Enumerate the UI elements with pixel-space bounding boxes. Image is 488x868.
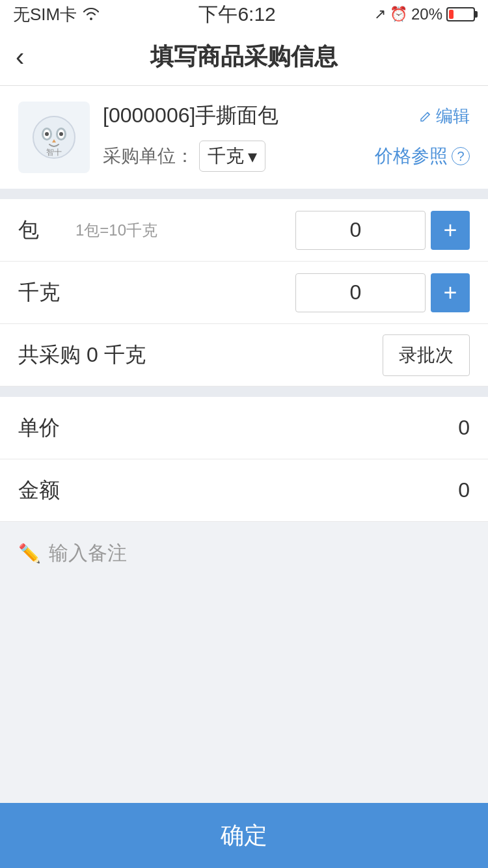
location-icon: ↗ — [374, 6, 386, 23]
confirm-button[interactable]: 确定 — [0, 803, 488, 868]
bag-plus-button[interactable]: + — [431, 211, 470, 250]
product-card: 智十 [0000006]手撕面包 编辑 采购单位： 千克 ▾ 价格参照 ? — [0, 86, 488, 189]
price-label: 单价 — [18, 414, 60, 442]
price-value: 0 — [458, 416, 470, 440]
bag-label: 包 — [18, 216, 70, 245]
bag-sublabel: 1包=10千克 — [75, 220, 295, 241]
bag-qty-input[interactable] — [295, 211, 426, 250]
section-divider-2 — [0, 387, 488, 397]
bag-input-control: + — [295, 211, 470, 250]
unit-label: 采购单位： — [103, 144, 194, 169]
battery-icon — [446, 7, 475, 21]
kg-qty-input[interactable] — [295, 273, 426, 312]
page-title: 填写商品采购信息 — [150, 41, 338, 73]
carrier-text: 无SIM卡 — [13, 3, 77, 26]
wifi-icon — [82, 5, 100, 25]
svg-point-5 — [45, 132, 49, 136]
unit-select[interactable]: 千克 ▾ — [199, 141, 265, 172]
product-thumbnail: 智十 — [18, 102, 90, 173]
help-icon: ? — [452, 147, 470, 165]
svg-text:智十: 智十 — [46, 148, 62, 157]
nav-bar: ‹ 填写商品采购信息 — [0, 29, 488, 86]
amount-row: 金额 0 — [0, 459, 488, 522]
content-spacer — [0, 585, 488, 780]
back-button[interactable]: ‹ — [16, 42, 24, 72]
confirm-btn-wrapper: 确定 — [0, 803, 488, 868]
price-row: 单价 0 — [0, 397, 488, 459]
kg-plus-button[interactable]: + — [431, 273, 470, 312]
price-ref-button[interactable]: 价格参照 ? — [375, 144, 470, 169]
alarm-icon: ⏰ — [390, 6, 407, 23]
battery-percent: 20% — [411, 5, 442, 23]
total-text: 共采购 0 千克 — [18, 341, 146, 370]
remark-placeholder: 输入备注 — [49, 540, 127, 567]
info-section: 单价 0 金额 0 — [0, 397, 488, 522]
input-section: 包 1包=10千克 + 千克 + — [0, 199, 488, 324]
edit-button[interactable]: 编辑 — [419, 105, 470, 128]
kg-row: 千克 + — [0, 262, 488, 324]
status-right: ↗ ⏰ 20% — [374, 5, 475, 23]
bag-row: 包 1包=10千克 + — [0, 199, 488, 262]
status-time: 下午6:12 — [198, 1, 275, 28]
chevron-down-icon: ▾ — [248, 146, 257, 167]
kg-label: 千克 — [18, 278, 70, 307]
pencil-icon: ✏️ — [18, 543, 41, 564]
kg-input-control: + — [295, 273, 470, 312]
status-bar: 无SIM卡 下午6:12 ↗ ⏰ 20% — [0, 0, 488, 29]
product-info: [0000006]手撕面包 编辑 采购单位： 千克 ▾ 价格参照 ? — [103, 102, 470, 172]
section-divider-1 — [0, 189, 488, 199]
status-left: 无SIM卡 — [13, 3, 100, 26]
product-name: [0000006]手撕面包 — [103, 102, 278, 130]
amount-value: 0 — [458, 478, 470, 502]
total-row: 共采购 0 千克 录批次 — [0, 324, 488, 387]
remark-section[interactable]: ✏️ 输入备注 — [0, 522, 488, 585]
svg-point-6 — [59, 132, 63, 136]
amount-label: 金额 — [18, 476, 60, 505]
batch-button[interactable]: 录批次 — [383, 334, 470, 376]
